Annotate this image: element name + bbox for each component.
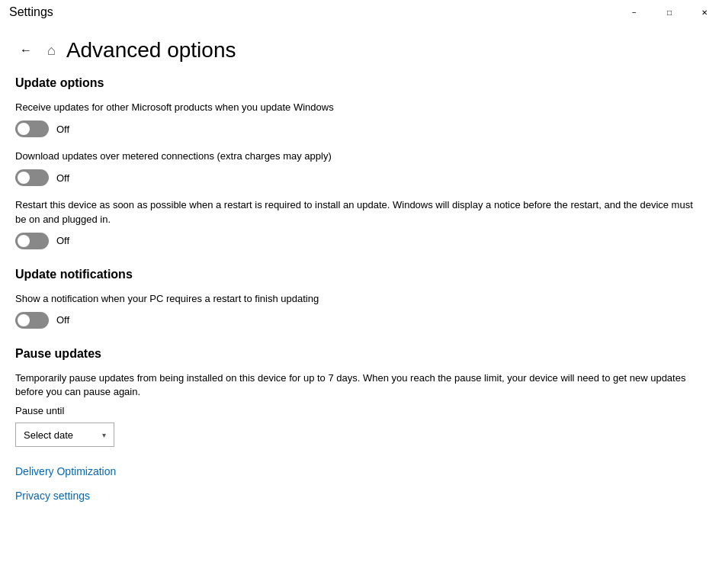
notification-setting: Show a notification when your PC require…: [15, 292, 707, 329]
update-notifications-title: Update notifications: [15, 268, 707, 281]
metered-connections-desc: Download updates over metered connection…: [15, 149, 707, 163]
ms-products-toggle-row: Off: [15, 120, 707, 137]
home-icon[interactable]: ⌂: [47, 43, 56, 59]
metered-connections-toggle[interactable]: [15, 169, 49, 186]
metered-connections-toggle-row: Off: [15, 169, 707, 186]
restart-device-setting: Restart this device as soon as possible …: [15, 198, 707, 249]
page-header: ← ⌂ Advanced options: [15, 24, 707, 76]
restart-device-toggle[interactable]: [15, 233, 49, 249]
notification-toggle-row: Off: [15, 312, 707, 329]
pause-until-label: Pause until: [15, 405, 707, 416]
restart-device-toggle-label: Off: [56, 235, 69, 246]
close-button[interactable]: ✕: [687, 0, 722, 24]
notification-toggle-label: Off: [56, 314, 69, 326]
title-bar-left: Settings: [9, 5, 53, 19]
ms-products-toggle-label: Off: [56, 124, 69, 135]
back-button[interactable]: ←: [15, 40, 37, 61]
title-bar-controls: − □ ✕: [617, 0, 722, 24]
restart-device-toggle-row: Off: [15, 233, 707, 249]
maximize-button[interactable]: □: [652, 0, 687, 24]
update-options-section: Update options Receive updates for other…: [15, 76, 707, 249]
dropdown-arrow-icon: ▾: [102, 431, 106, 439]
notification-toggle[interactable]: [15, 312, 49, 329]
minimize-button[interactable]: −: [617, 0, 652, 24]
content-area: ← ⌂ Advanced options Update options Rece…: [0, 24, 722, 588]
main-content: ← ⌂ Advanced options Update options Rece…: [0, 24, 722, 588]
select-date-dropdown[interactable]: Select date ▾: [15, 423, 114, 447]
links-section: Delivery Optimization Privacy settings: [15, 465, 707, 502]
privacy-settings-link[interactable]: Privacy settings: [15, 490, 707, 502]
ms-products-desc: Receive updates for other Microsoft prod…: [15, 101, 707, 114]
metered-connections-toggle-label: Off: [56, 172, 69, 184]
pause-updates-section: Pause updates Temporarily pause updates …: [15, 347, 707, 447]
notification-desc: Show a notification when your PC require…: [15, 292, 707, 306]
update-options-title: Update options: [15, 76, 707, 90]
dropdown-value: Select date: [24, 429, 73, 441]
restart-device-desc: Restart this device as soon as possible …: [15, 198, 694, 226]
update-notifications-section: Update notifications Show a notification…: [15, 268, 707, 329]
delivery-optimization-link[interactable]: Delivery Optimization: [15, 465, 707, 477]
ms-products-setting: Receive updates for other Microsoft prod…: [15, 101, 707, 137]
metered-connections-setting: Download updates over metered connection…: [15, 149, 707, 186]
title-bar-title: Settings: [9, 5, 53, 19]
ms-products-toggle[interactable]: [15, 120, 49, 137]
page-title: Advanced options: [66, 38, 236, 63]
pause-updates-title: Pause updates: [15, 347, 707, 361]
pause-updates-desc: Temporarily pause updates from being ins…: [15, 371, 694, 399]
title-bar: Settings − □ ✕: [0, 0, 722, 24]
